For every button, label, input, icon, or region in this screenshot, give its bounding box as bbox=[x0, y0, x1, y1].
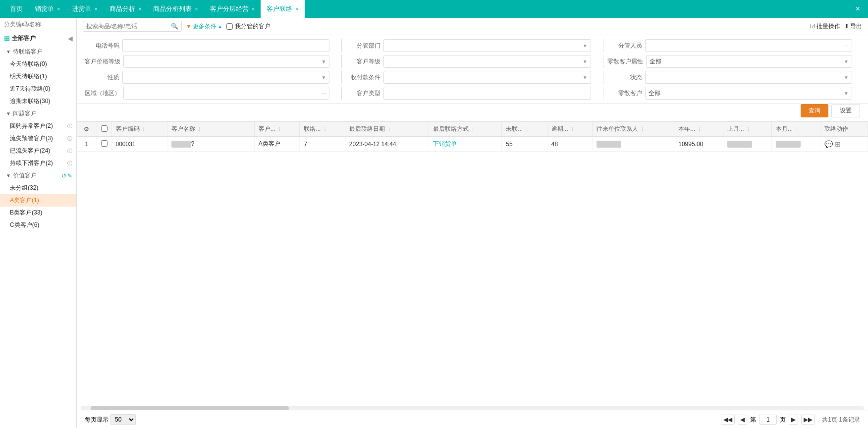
close-tab-goods-list[interactable]: × bbox=[195, 6, 198, 12]
scroll-thumb[interactable] bbox=[91, 406, 289, 410]
nav-tab-customer-layer[interactable]: 客户分层经营 × bbox=[204, 0, 261, 18]
th-no-contact[interactable]: 未联... ↕ bbox=[502, 122, 547, 137]
close-tab-customer-layer[interactable]: × bbox=[252, 6, 255, 12]
sidebar-collapse-btn[interactable]: ◀ bbox=[68, 35, 72, 42]
next-page-btn[interactable]: ▶ bbox=[789, 415, 798, 425]
th-name[interactable]: 客户名称 ↕ bbox=[167, 122, 254, 137]
nav-tab-goods-list[interactable]: 商品分析列表 × bbox=[147, 0, 204, 18]
close-tab-customer-contact[interactable]: × bbox=[295, 6, 298, 12]
section-edit-icon[interactable]: ✎ bbox=[67, 172, 72, 179]
th-last-month[interactable]: 上月... ↕ bbox=[723, 122, 771, 137]
sidebar-section-2[interactable]: ▼价值客户↺✎ bbox=[0, 169, 76, 182]
th-this-month[interactable]: 本月... ↕ bbox=[772, 122, 820, 137]
sidebar-item-info-icon-1-1[interactable]: ⓘ bbox=[67, 135, 72, 142]
settings-button[interactable]: 设置 bbox=[831, 104, 860, 117]
sidebar-item-1-0[interactable]: 回购异常客户(2)ⓘ bbox=[0, 120, 76, 132]
query-button[interactable]: 查询 bbox=[801, 104, 828, 117]
field-person-input[interactable]: ··· bbox=[645, 39, 852, 52]
sidebar-item-info-icon-1-3[interactable]: ⓘ bbox=[67, 160, 72, 167]
section-refresh-icon[interactable]: ↺ bbox=[61, 172, 66, 179]
sidebar-item-2-0[interactable]: 未分组(32) bbox=[0, 182, 76, 194]
last-page-btn[interactable]: ▶▶ bbox=[801, 415, 815, 425]
field-retail-attr-select[interactable]: 全部▼ bbox=[646, 55, 852, 68]
window-close-btn[interactable]: × bbox=[852, 4, 864, 13]
chat-icon-0[interactable]: 💬 bbox=[824, 140, 833, 148]
top-nav: 首页销货单 ×进货单 ×商品分析 ×商品分析列表 ×客户分层经营 ×客户联络 ×… bbox=[0, 0, 868, 18]
th-overdue[interactable]: 逾期... ↕ bbox=[547, 122, 593, 137]
export-btn[interactable]: ⬆ 导出 bbox=[844, 22, 862, 31]
sidebar-item-0-3[interactable]: 逾期未联络(30) bbox=[0, 95, 76, 107]
grid-icon-0[interactable]: ⊞ bbox=[835, 140, 841, 148]
field-price-level: 客户价格等级 ▼ bbox=[85, 55, 337, 68]
main-search-input[interactable] bbox=[86, 23, 169, 30]
horizontal-scrollbar[interactable] bbox=[77, 405, 868, 411]
field-payment-select[interactable]: ▼ bbox=[383, 71, 591, 84]
field-region-input[interactable]: ··· bbox=[123, 87, 329, 100]
first-page-btn[interactable]: ◀◀ bbox=[721, 415, 735, 425]
cell-last-date-0: 2023-04-12 14:44: bbox=[345, 137, 429, 152]
nav-tab-customer-contact[interactable]: 客户联络 × bbox=[261, 0, 304, 18]
th-action[interactable]: 联络动作 bbox=[820, 122, 868, 137]
row-checkbox-0[interactable] bbox=[101, 140, 108, 147]
field-retail-customer-select[interactable]: 全部▼ bbox=[645, 87, 852, 100]
data-table: ⚙ 客户编码 ↕ 客户名称 ↕ 客户... ↕ 联络... ↕ 最后联络日期 ↕… bbox=[77, 122, 868, 152]
sidebar-item-label-1-0: 回购异常客户(2) bbox=[10, 122, 53, 130]
field-dept-select[interactable]: ▼ bbox=[383, 39, 591, 52]
nav-tab-purchase[interactable]: 进货单 × bbox=[66, 0, 103, 18]
field-nature-select[interactable]: ▼ bbox=[122, 71, 329, 84]
sidebar-section-0[interactable]: ▼待联络客户 bbox=[0, 46, 76, 58]
th-linkman[interactable]: 往来单位联系人 ↕ bbox=[593, 122, 674, 137]
section-arrow-2: ▼ bbox=[6, 173, 11, 178]
main-search-icon[interactable]: 🔍 bbox=[171, 23, 178, 30]
th-this-year[interactable]: 本年... ↕ bbox=[674, 122, 723, 137]
th-level[interactable]: 客户... ↕ bbox=[254, 122, 300, 137]
sidebar-item-2-3[interactable]: C类客户(6) bbox=[0, 219, 76, 231]
sidebar-item-1-1[interactable]: 流失预警客户(3)ⓘ bbox=[0, 132, 76, 145]
sidebar-all-customers[interactable]: ⊞ 全部客户 ◀ bbox=[0, 31, 76, 46]
sidebar-item-label-2-2: B类客户(33) bbox=[10, 209, 42, 217]
sidebar-item-info-icon-1-0[interactable]: ⓘ bbox=[67, 123, 72, 130]
th-last-method[interactable]: 最后联络方式 ↕ bbox=[429, 122, 501, 137]
cell-last-method-0[interactable]: 下销货单 bbox=[429, 137, 501, 152]
field-customer-level-select[interactable]: ▼ bbox=[383, 55, 591, 68]
sidebar-group-label: 全部客户 bbox=[12, 34, 36, 43]
th-contact[interactable]: 联络... ↕ bbox=[300, 122, 345, 137]
nav-tab-sales[interactable]: 销货单 × bbox=[29, 0, 66, 18]
sidebar-item-0-2[interactable]: 近7天待联络(0) bbox=[0, 83, 76, 95]
close-tab-purchase[interactable]: × bbox=[94, 6, 97, 12]
sidebar-search-input[interactable] bbox=[4, 21, 77, 28]
sidebar-section-1[interactable]: ▼问题客户 bbox=[0, 107, 76, 120]
filter-my-customers[interactable]: 我分管的客户 bbox=[226, 22, 271, 31]
sidebar-item-info-icon-1-2[interactable]: ⓘ bbox=[67, 148, 72, 155]
sidebar-item-0-1[interactable]: 明天待联络(1) bbox=[0, 70, 76, 83]
sidebar-item-label-1-1: 流失预警客户(3) bbox=[10, 134, 53, 143]
field-price-level-select[interactable]: ▼ bbox=[123, 55, 329, 68]
sidebar-item-1-2[interactable]: 已流失客户(24)ⓘ bbox=[0, 145, 76, 157]
field-phone-input[interactable] bbox=[122, 39, 329, 52]
close-tab-sales[interactable]: × bbox=[57, 6, 60, 12]
th-last-date[interactable]: 最后联络日期 ↕ bbox=[345, 122, 429, 137]
th-settings[interactable]: ⚙ bbox=[77, 122, 97, 137]
nav-tab-goods-analysis[interactable]: 商品分析 × bbox=[104, 0, 147, 18]
sidebar-item-0-0[interactable]: 今天待联络(0) bbox=[0, 58, 76, 70]
close-tab-goods-analysis[interactable]: × bbox=[138, 6, 141, 12]
field-customer-type-input[interactable] bbox=[383, 87, 591, 100]
select-all-checkbox[interactable] bbox=[101, 125, 108, 132]
nav-tab-home[interactable]: 首页 bbox=[4, 0, 29, 18]
field-status-select[interactable]: ▼ bbox=[645, 71, 852, 84]
prev-page-btn[interactable]: ◀ bbox=[738, 415, 747, 425]
sidebar-item-1-3[interactable]: 持续下滑客户(2)ⓘ bbox=[0, 157, 76, 169]
batch-op-btn[interactable]: ☑ 批量操作 bbox=[810, 22, 840, 31]
field-retail-customer-label: 零散客户 bbox=[607, 89, 642, 98]
th-check[interactable] bbox=[97, 122, 111, 137]
last-method-link-0[interactable]: 下销货单 bbox=[433, 140, 457, 147]
sidebar-item-2-2[interactable]: B类客户(33) bbox=[0, 207, 76, 219]
adv-filter-actions: 查询 设置 bbox=[77, 104, 868, 121]
page-size-select[interactable]: 501020100 bbox=[110, 414, 136, 425]
cell-check-0[interactable] bbox=[97, 137, 111, 152]
my-customers-checkbox[interactable] bbox=[226, 23, 233, 30]
sidebar-item-2-1[interactable]: A类客户(1) bbox=[0, 194, 76, 207]
page-number-input[interactable] bbox=[759, 415, 777, 425]
filter-more-btn[interactable]: ▼ 更多条件 ▲ bbox=[186, 22, 222, 31]
th-code[interactable]: 客户编码 ↕ bbox=[111, 122, 167, 137]
